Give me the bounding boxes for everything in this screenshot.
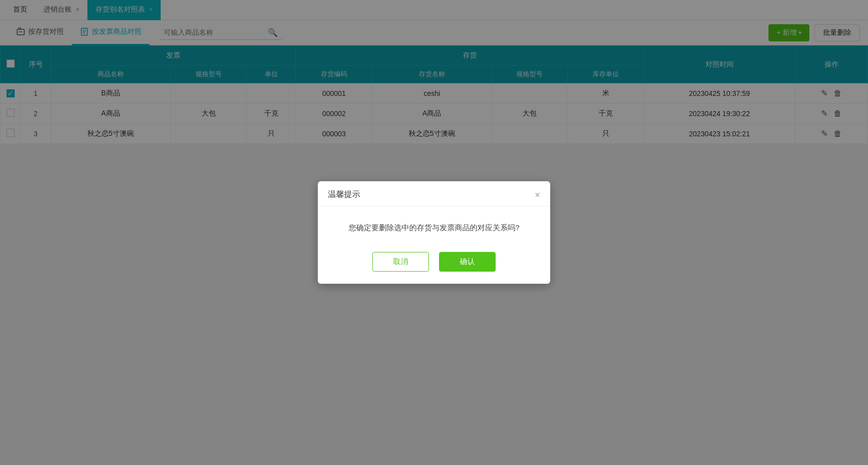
modal-overlay: 温馨提示 × 您确定要删除选中的存货与发票商品的对应关系吗? 取消 确认 xyxy=(0,0,868,144)
